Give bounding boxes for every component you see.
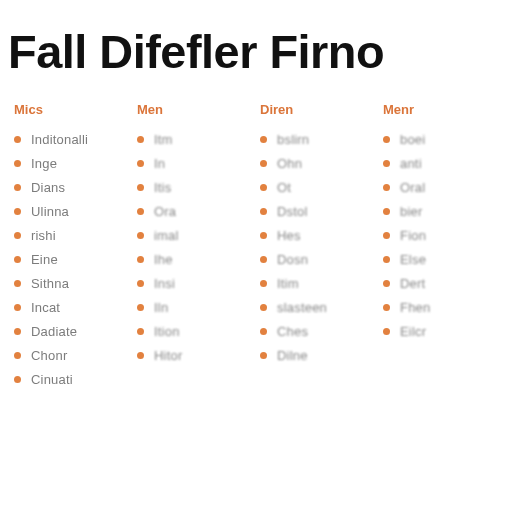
list-item: slasteen: [260, 295, 365, 319]
list-item: In: [137, 151, 242, 175]
item-label: Inditonalli: [31, 132, 88, 147]
list-item: Itis: [137, 175, 242, 199]
columns-container: Mics Inditonalli Inge Dians Ulinna rishi…: [8, 102, 488, 391]
bullet-icon: [383, 160, 390, 167]
list-item: Iln: [137, 295, 242, 319]
bullet-icon: [260, 280, 267, 287]
item-label: Fhen: [400, 300, 430, 315]
list-item: Incat: [14, 295, 119, 319]
column-3: Diren bslirn Ohn Ot Dstol Hes Dosn Itim …: [260, 102, 365, 391]
list-item: Oral: [383, 175, 488, 199]
document-page: Fall Difefler Firno Mics Inditonalli Ing…: [0, 0, 512, 512]
item-label: bier: [400, 204, 422, 219]
bullet-icon: [383, 208, 390, 215]
list-item: Dilne: [260, 343, 365, 367]
bullet-icon: [383, 304, 390, 311]
bullet-icon: [383, 280, 390, 287]
item-label: Itim: [277, 276, 299, 291]
item-label: bslirn: [277, 132, 309, 147]
item-label: Insi: [154, 276, 175, 291]
list-item: Ohn: [260, 151, 365, 175]
item-label: In: [154, 156, 165, 171]
bullet-icon: [260, 256, 267, 263]
list-item: Itim: [260, 271, 365, 295]
bullet-icon: [14, 232, 21, 239]
list-item: Inditonalli: [14, 127, 119, 151]
item-label: Ulinna: [31, 204, 69, 219]
bullet-icon: [260, 184, 267, 191]
list-item: anti: [383, 151, 488, 175]
item-label: slasteen: [277, 300, 327, 315]
list-item: Eilcr: [383, 319, 488, 343]
bullet-icon: [383, 232, 390, 239]
item-label: rishi: [31, 228, 56, 243]
page-title: Fall Difefler Firno: [8, 28, 498, 76]
list-item: Eine: [14, 247, 119, 271]
item-label: Hitor: [154, 348, 182, 363]
item-label: Itis: [154, 180, 171, 195]
bullet-icon: [14, 256, 21, 263]
bullet-icon: [14, 208, 21, 215]
item-label: Dstol: [277, 204, 308, 219]
item-label: Sithna: [31, 276, 69, 291]
item-label: Dert: [400, 276, 425, 291]
list-item: Dadiate: [14, 319, 119, 343]
item-label: Iln: [154, 300, 168, 315]
bullet-icon: [383, 256, 390, 263]
bullet-icon: [137, 304, 144, 311]
item-label: Incat: [31, 300, 60, 315]
item-label: Ot: [277, 180, 291, 195]
item-label: Eilcr: [400, 324, 426, 339]
column-header: Men: [137, 102, 242, 117]
bullet-icon: [137, 208, 144, 215]
bullet-icon: [14, 136, 21, 143]
item-label: Oral: [400, 180, 425, 195]
item-label: Dosn: [277, 252, 308, 267]
list-item: boei: [383, 127, 488, 151]
bullet-icon: [260, 352, 267, 359]
item-label: Ora: [154, 204, 176, 219]
column-4: Menr boei anti Oral bier Fion Else Dert …: [383, 102, 488, 391]
list-item: Ihe: [137, 247, 242, 271]
item-label: Itm: [154, 132, 173, 147]
list-item: Fhen: [383, 295, 488, 319]
bullet-icon: [137, 136, 144, 143]
column-1: Mics Inditonalli Inge Dians Ulinna rishi…: [14, 102, 119, 391]
bullet-icon: [137, 256, 144, 263]
item-label: boei: [400, 132, 425, 147]
bullet-icon: [14, 280, 21, 287]
bullet-icon: [14, 160, 21, 167]
list-item: bier: [383, 199, 488, 223]
item-label: Cinuati: [31, 372, 73, 387]
item-label: Fion: [400, 228, 426, 243]
list-item: Hitor: [137, 343, 242, 367]
bullet-icon: [14, 376, 21, 383]
list-item: Else: [383, 247, 488, 271]
bullet-icon: [14, 328, 21, 335]
item-label: imal: [154, 228, 179, 243]
list-item: Ora: [137, 199, 242, 223]
bullet-icon: [137, 232, 144, 239]
item-label: Ition: [154, 324, 180, 339]
item-label: Ches: [277, 324, 308, 339]
column-header: Menr: [383, 102, 488, 117]
bullet-icon: [260, 232, 267, 239]
column-2: Men Itm In Itis Ora imal Ihe Insi Iln It…: [137, 102, 242, 391]
list-item: Sithna: [14, 271, 119, 295]
list-item: Dstol: [260, 199, 365, 223]
list-item: Chonr: [14, 343, 119, 367]
item-label: Inge: [31, 156, 57, 171]
list-item: bslirn: [260, 127, 365, 151]
bullet-icon: [260, 304, 267, 311]
list-item: Dians: [14, 175, 119, 199]
item-label: Dilne: [277, 348, 308, 363]
column-header: Mics: [14, 102, 119, 117]
list-item: Ches: [260, 319, 365, 343]
item-label: Chonr: [31, 348, 67, 363]
bullet-icon: [383, 136, 390, 143]
item-label: Ihe: [154, 252, 173, 267]
item-label: Hes: [277, 228, 301, 243]
list-item: Ulinna: [14, 199, 119, 223]
item-label: anti: [400, 156, 422, 171]
bullet-icon: [14, 304, 21, 311]
